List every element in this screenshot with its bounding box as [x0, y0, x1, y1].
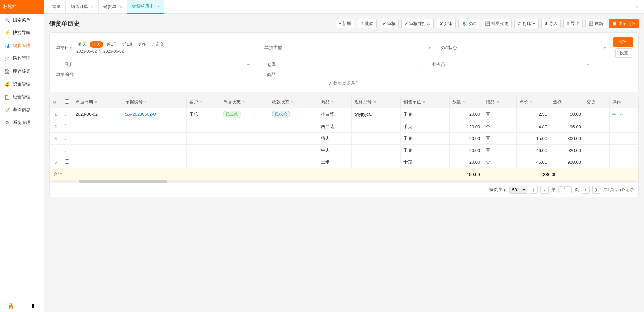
- sidebar-footer-icon2[interactable]: ⏸: [30, 303, 36, 309]
- collect-button[interactable]: 💲 收款: [458, 19, 479, 28]
- th-doc-status[interactable]: 单据状态 ⇅: [220, 96, 269, 108]
- th-customer[interactable]: 客户 ⇅: [187, 96, 220, 108]
- td-doc-no[interactable]: [122, 133, 187, 145]
- td-doc-no[interactable]: [122, 145, 187, 156]
- tab-sales-order[interactable]: 销售订单 ×: [66, 0, 99, 14]
- th-settings[interactable]: ⚙: [50, 96, 62, 108]
- first-page-btn[interactable]: ⟪: [530, 186, 538, 194]
- price-sort-icon[interactable]: ⇅: [530, 100, 533, 104]
- date-tag-more[interactable]: 更多: [136, 41, 148, 48]
- sidebar-item-finance[interactable]: 💰 资金管理: [0, 78, 44, 90]
- td-checkbox[interactable]: [62, 121, 73, 133]
- collapse-button[interactable]: ∧ 收起更多条件: [325, 79, 363, 87]
- batch-change-button[interactable]: 🔄 批量变更: [482, 19, 512, 28]
- print-button[interactable]: 🖨 打印 ▼: [514, 19, 539, 28]
- date-tag-today[interactable]: 今天: [90, 41, 103, 48]
- horizontal-scrollbar[interactable]: [50, 180, 638, 183]
- th-goods[interactable]: 商品 ⇅: [318, 96, 352, 108]
- td-checkbox[interactable]: [62, 156, 73, 168]
- delete-button[interactable]: 🗑 删除: [357, 19, 377, 28]
- sidebar-footer-icon1[interactable]: 🔥: [8, 303, 15, 309]
- tab-sales-goods-close[interactable]: ×: [120, 5, 122, 9]
- audit-print-button[interactable]: ✔ 审核并打印: [401, 19, 434, 28]
- th-unit[interactable]: 销售单位 ⇅: [400, 96, 449, 108]
- business-ellipsis[interactable]: ···: [586, 62, 589, 67]
- sidebar-item-purchase-mgmt[interactable]: 🛒 采购管理: [0, 52, 44, 65]
- row-checkbox[interactable]: [65, 112, 69, 116]
- date-range-display[interactable]: 2023-06-02 至 2023-06-02: [76, 49, 257, 54]
- tab-home[interactable]: 首页: [47, 0, 66, 14]
- payment-status-dropdown-icon[interactable]: ▼: [603, 46, 607, 50]
- row-checkbox[interactable]: [65, 136, 69, 140]
- td-checkbox[interactable]: [62, 108, 73, 121]
- date-tag-7days[interactable]: 近1天: [105, 41, 119, 48]
- th-doc-no[interactable]: 单据编号 ⇅: [122, 96, 187, 108]
- payment-status-input[interactable]: [460, 45, 600, 50]
- sidebar-item-basic-info[interactable]: 📝 基础信息: [0, 103, 44, 116]
- tab-sales-history[interactable]: 销货单历史 ×: [127, 0, 164, 14]
- add-button[interactable]: + 新增: [336, 19, 354, 28]
- warehouse-ellipsis[interactable]: ···: [416, 62, 420, 67]
- doc-status-sort-icon[interactable]: ⇅: [242, 100, 245, 104]
- business-input[interactable]: [448, 61, 583, 68]
- doc-no-input[interactable]: [76, 71, 250, 78]
- customer-input[interactable]: [76, 61, 244, 68]
- audit-button[interactable]: ✔ 审核: [380, 19, 399, 28]
- doc-type-dropdown-icon[interactable]: ▼: [428, 46, 432, 50]
- import-button[interactable]: ⬇ 导入: [541, 19, 561, 28]
- doc-date-sort-icon[interactable]: ⇅: [95, 100, 97, 104]
- scrollbar-thumb[interactable]: [79, 180, 167, 183]
- gift-sort-icon[interactable]: ⇅: [497, 100, 499, 104]
- td-doc-no[interactable]: [122, 121, 187, 133]
- date-tag-month[interactable]: 近1月: [120, 41, 135, 48]
- th-transaction[interactable]: 交货: [584, 96, 610, 108]
- prev-page-btn[interactable]: ‹: [540, 186, 549, 194]
- spec-sort-icon[interactable]: ⇅: [374, 100, 376, 104]
- tab-sales-history-close[interactable]: ×: [157, 4, 159, 8]
- sidebar-item-sales-mgmt[interactable]: 📊 销售管理: [0, 39, 44, 52]
- doc-type-input[interactable]: [285, 45, 425, 50]
- last-page-btn[interactable]: ⟫: [592, 186, 600, 194]
- th-payment-status[interactable]: 收款状态 ⇅: [269, 96, 318, 108]
- sidebar-item-quick-nav[interactable]: ⚡ 快捷导航: [0, 26, 44, 39]
- next-page-btn[interactable]: ›: [582, 186, 590, 194]
- abandon-button[interactable]: ✘ 弃审: [437, 19, 456, 28]
- settings-button[interactable]: 设置: [615, 48, 633, 58]
- goods-input[interactable]: [278, 71, 414, 78]
- per-page-select[interactable]: 20 50 100: [509, 186, 527, 194]
- select-all-checkbox[interactable]: [65, 99, 69, 104]
- th-price[interactable]: 单价 ⇅: [516, 96, 550, 108]
- page-number-input[interactable]: [558, 186, 572, 193]
- th-spec[interactable]: 规格型号 ⇅: [352, 96, 400, 108]
- th-amount[interactable]: 金额: [550, 96, 584, 108]
- goods-ellipsis[interactable]: ···: [416, 72, 420, 77]
- td-doc-no[interactable]: SA-20230602-0: [122, 108, 187, 121]
- doc-no-link[interactable]: SA-20230602-0: [125, 112, 156, 117]
- date-tag-custom[interactable]: 自定义: [149, 41, 166, 48]
- doc-no-sort-icon[interactable]: ⇅: [144, 100, 147, 104]
- td-doc-no[interactable]: [122, 156, 187, 168]
- th-qty[interactable]: 数量 ⇅: [449, 96, 483, 108]
- tab-sales-goods[interactable]: 销货单 ×: [99, 0, 127, 14]
- date-tag-yesterday[interactable]: 昨天: [76, 41, 88, 48]
- payment-status-sort-icon[interactable]: ⇅: [291, 100, 294, 104]
- sidebar-item-system[interactable]: ⚙ 系统管理: [0, 116, 44, 129]
- export-button[interactable]: ⬆ 导出: [563, 19, 583, 28]
- query-button[interactable]: 查询: [613, 37, 633, 47]
- warehouse-input[interactable]: [278, 61, 414, 68]
- sidebar-item-inventory[interactable]: 🏠 库存核算: [0, 65, 44, 78]
- edit-icon[interactable]: ✏: [612, 112, 616, 117]
- row-checkbox[interactable]: [65, 159, 69, 164]
- settings-gear-icon[interactable]: ⚙: [52, 100, 56, 105]
- sidebar-item-operation[interactable]: 📋 经营管理: [0, 90, 44, 103]
- unit-sort-icon[interactable]: ⇅: [423, 100, 425, 104]
- goods-sort-icon[interactable]: ⇅: [331, 100, 334, 104]
- th-doc-date[interactable]: 单据日期 ⇅: [73, 96, 122, 108]
- qty-sort-icon[interactable]: ⇅: [463, 100, 466, 104]
- td-checkbox[interactable]: [62, 133, 73, 145]
- customer-sort-icon[interactable]: ⇅: [200, 100, 203, 104]
- refresh-button[interactable]: 🔃 刷新: [585, 19, 606, 28]
- customer-ellipsis[interactable]: ···: [247, 62, 250, 67]
- show-detail-button[interactable]: 📋 显示明细: [609, 19, 639, 28]
- row-checkbox[interactable]: [65, 124, 69, 128]
